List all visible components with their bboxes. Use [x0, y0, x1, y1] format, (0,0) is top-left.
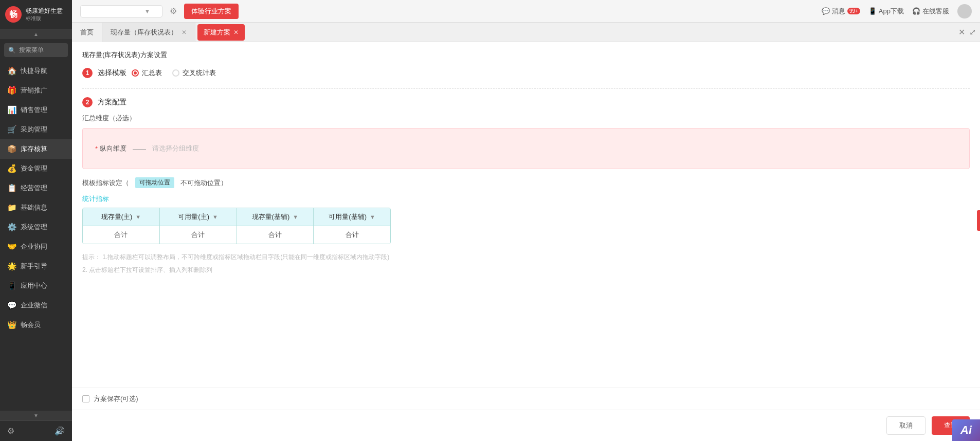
hint-item-0: 提示： 1.拖动标题栏可以调整布局，不可跨维度或指标区域拖动栏目字段(只能在同一…	[82, 252, 970, 262]
tab-inventory-close-icon[interactable]: ✕	[182, 29, 187, 36]
step1-section: 1 选择模板 汇总表 交叉统计表	[82, 68, 970, 78]
stats-col-label-2: 现存量(基辅)	[252, 212, 290, 222]
sidebar-item-shortcut[interactable]: 🏠 快捷导航	[0, 61, 72, 81]
col-chevron-1[interactable]: ▼	[212, 214, 218, 220]
cancel-button[interactable]: 取消	[886, 416, 925, 435]
sidebar-item-finance[interactable]: 💰 资金管理	[0, 159, 72, 178]
trial-btn[interactable]: 体验行业方案	[184, 4, 239, 19]
app-download-btn[interactable]: 📱 App下载	[868, 7, 904, 16]
radio-group: 汇总表 交叉统计表	[132, 68, 216, 78]
stats-body-col-0: 合计	[83, 226, 160, 244]
hints-section: 提示： 1.拖动标题栏可以调整布局，不可跨维度或指标区域拖动栏目字段(只能在同一…	[82, 252, 970, 275]
sidebar-item-newbie[interactable]: 🌟 新手引导	[0, 256, 72, 276]
tab-inventory-label: 现存量（库存状况表）	[111, 28, 177, 37]
section-divider-1	[82, 88, 970, 89]
topbar-input[interactable]	[85, 8, 141, 15]
dimension-box[interactable]: * 纵向维度 —— 请选择分组维度	[82, 128, 970, 169]
topbar-gear-icon[interactable]: ⚙	[170, 6, 177, 16]
sidebar-item-appstore[interactable]: 📱 应用中心	[0, 276, 72, 296]
crown-icon: 👑	[7, 320, 16, 329]
tab-new-scheme-close-icon[interactable]: ✕	[233, 29, 239, 36]
dimension-placeholder: 请选择分组维度	[152, 144, 199, 153]
tabs-bar: 首页 现存量（库存状况表） ✕ 新建方案 ✕ ✕ ⤢	[72, 23, 980, 42]
star-icon: 🌟	[7, 262, 16, 271]
sidebar-search[interactable]: 🔍 搜索菜单	[4, 43, 68, 57]
headset-icon: 🎧	[912, 7, 920, 15]
gift-icon: 🎁	[7, 86, 16, 95]
folder-icon: 📁	[7, 203, 16, 212]
step2-section: 2 方案配置 汇总维度（必选） * 纵向维度 —— 请选择分组维度 模板指标设定…	[82, 97, 970, 275]
cart-icon: 🛒	[7, 125, 16, 134]
sidebar-item-wechat[interactable]: 💬 企业微信	[0, 296, 72, 315]
phone-download-icon: 📱	[868, 7, 877, 15]
sidebar-item-sales[interactable]: 📊 销售管理	[0, 100, 72, 120]
page-title: 现存量(库存状况表)方案设置	[82, 50, 970, 60]
tab-home-label: 首页	[80, 28, 94, 37]
col-chevron-0[interactable]: ▼	[135, 214, 141, 220]
hint-item-1: 2. 点击标题栏下拉可设置排序、插入列和删除列	[82, 265, 970, 275]
sidebar-item-label-marketing: 营销推广	[21, 86, 47, 95]
app-name: 畅康通好生意	[26, 7, 63, 15]
sidebar-item-label-newbie: 新手引导	[21, 262, 47, 271]
user-avatar[interactable]	[957, 4, 972, 19]
dimension-field-label: 汇总维度（必选）	[82, 114, 970, 123]
messages-btn[interactable]: 💬 消息 99+	[822, 7, 860, 16]
tab-inventory-status[interactable]: 现存量（库存状况表） ✕	[102, 23, 195, 42]
stats-col-label-1: 可用量(主)	[178, 212, 209, 222]
audio-icon[interactable]: 🔊	[55, 426, 65, 436]
radio-cross[interactable]: 交叉统计表	[172, 68, 216, 78]
stats-label: 统计指标	[82, 194, 970, 204]
tab-home[interactable]: 首页	[72, 23, 102, 42]
sidebar-item-label-appstore: 应用中心	[21, 281, 47, 290]
right-edge-indicator	[977, 210, 980, 231]
handshake-icon: 🤝	[7, 242, 16, 251]
dimension-dash: ——	[133, 145, 146, 153]
tab-new-scheme[interactable]: 新建方案 ✕	[197, 24, 245, 41]
stats-col-header-1[interactable]: 可用量(主) ▼	[160, 208, 237, 226]
sidebar-item-operations[interactable]: 📋 经营管理	[0, 178, 72, 198]
radio-summary[interactable]: 汇总表	[132, 68, 162, 78]
sidebar-item-member[interactable]: 👑 畅会员	[0, 315, 72, 335]
money-icon: 💰	[7, 164, 16, 173]
topbar-chevron-icon[interactable]: ▼	[144, 8, 150, 14]
col-chevron-2[interactable]: ▼	[293, 214, 298, 220]
messages-label: 消息	[832, 7, 845, 16]
tabs-expand-icon[interactable]: ⤢	[969, 27, 976, 37]
stats-col-label-3: 可用量(基辅)	[329, 212, 367, 222]
sidebar-item-inventory[interactable]: 📦 库存核算	[0, 139, 72, 159]
sidebar-item-label-system: 系统管理	[21, 223, 47, 232]
step2-header: 2 方案配置	[82, 97, 970, 107]
stats-table: 现存量(主) ▼ 可用量(主) ▼ 现存量(基辅) ▼ 可用量(基辅) ▼	[82, 208, 391, 244]
col-chevron-3[interactable]: ▼	[370, 214, 375, 220]
phone-icon: 📱	[7, 281, 16, 290]
stats-col-header-3[interactable]: 可用量(基辅) ▼	[314, 208, 390, 226]
topbar: ▼ ⚙ 体验行业方案 💬 消息 99+ 📱 App下载 🎧 在线客服	[72, 0, 980, 23]
sidebar-item-label-shortcut: 快捷导航	[21, 66, 47, 76]
sidebar-item-purchase[interactable]: 🛒 采购管理	[0, 120, 72, 139]
sidebar-bottom: ⚙ 🔊	[0, 420, 72, 441]
sidebar-item-label-finance: 资金管理	[21, 164, 47, 173]
stats-col-header-2[interactable]: 现存量(基辅) ▼	[237, 208, 314, 226]
step1-header: 1 选择模板 汇总表 交叉统计表	[82, 68, 970, 78]
save-label: 方案保存(可选)	[94, 394, 138, 403]
stats-col-header-0[interactable]: 现存量(主) ▼	[83, 208, 160, 226]
sidebar-item-corp[interactable]: 🤝 企业协同	[0, 237, 72, 256]
sidebar-item-label-inventory: 库存核算	[21, 144, 47, 154]
save-checkbox[interactable]	[82, 395, 89, 402]
sidebar-item-basic[interactable]: 📁 基础信息	[0, 198, 72, 217]
scroll-down-arrow[interactable]: ▼	[32, 412, 40, 419]
radio-summary-dot	[132, 69, 139, 77]
stats-table-header: 现存量(主) ▼ 可用量(主) ▼ 现存量(基辅) ▼ 可用量(基辅) ▼	[83, 208, 390, 226]
step1-label: 选择模板	[98, 68, 126, 78]
online-service-btn[interactable]: 🎧 在线客服	[912, 7, 949, 16]
sidebar-item-system[interactable]: ⚙️ 系统管理	[0, 217, 72, 237]
stats-body-col-1: 合计	[160, 226, 237, 244]
chart-icon: 📊	[7, 105, 16, 115]
topbar-input-area[interactable]: ▼	[80, 5, 162, 17]
box-icon: 📦	[7, 144, 16, 154]
step1-badge: 1	[82, 68, 93, 78]
sidebar-item-marketing[interactable]: 🎁 营销推广	[0, 81, 72, 100]
settings-icon[interactable]: ⚙	[7, 426, 14, 436]
tabs-close-icon[interactable]: ✕	[958, 27, 965, 37]
scroll-up-arrow[interactable]: ▲	[32, 30, 40, 38]
